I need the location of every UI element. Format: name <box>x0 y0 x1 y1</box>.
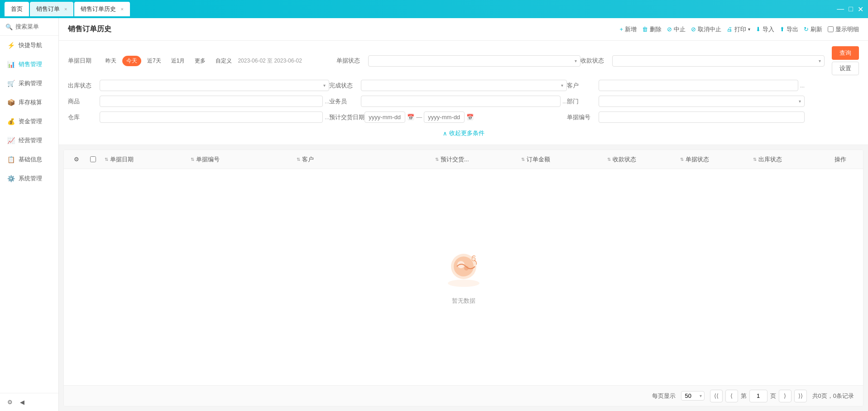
sidebar-item-operations[interactable]: 📈 经营管理 <box>0 131 58 150</box>
window-close-icon[interactable]: ✕ <box>858 5 863 14</box>
warehouse-input[interactable] <box>100 111 323 123</box>
import-button[interactable]: ⬇ 导入 <box>756 25 774 34</box>
date-pill-yesterday[interactable]: 昨天 <box>101 56 120 66</box>
new-icon: + <box>619 26 623 33</box>
sort-stock-icon: ⇅ <box>753 157 757 162</box>
sidebar-item-finance[interactable]: 💰 资金管理 <box>0 112 58 131</box>
page-header: 销售订单历史 + 新增 🗑 删除 ⊘ 中止 ⊘ 取消中止 <box>59 18 868 41</box>
col-check-header[interactable] <box>85 156 101 162</box>
col-customer-label: 客户 <box>302 155 314 164</box>
prev-page-button[interactable]: ⟨ <box>725 390 738 402</box>
col-delivery-header[interactable]: ⇅ 预计交货... <box>432 155 518 164</box>
customer-input[interactable] <box>599 80 798 91</box>
collapse-sidebar-icon[interactable]: ◀ <box>20 399 24 406</box>
print-label: 打印 <box>734 25 746 34</box>
show-detail-checkbox[interactable] <box>828 26 834 32</box>
customer-more-icon[interactable]: ... <box>800 82 805 89</box>
col-date-header[interactable]: ⇅ 单据日期 <box>101 155 187 164</box>
sidebar-item-sales-mgmt[interactable]: 📊 销售管理 <box>0 55 58 74</box>
sort-status-icon: ⇅ <box>680 157 684 162</box>
filter-date-item: 单据日期 昨天 今天 近7天 近1月 更多 自定义 2023-06-02 至 2… <box>68 56 336 66</box>
delivery-date-to[interactable] <box>424 111 465 123</box>
col-settings-header[interactable]: ⚙ <box>68 156 85 163</box>
col-status-label: 单据状态 <box>686 155 709 164</box>
operations-icon: 📈 <box>7 137 15 144</box>
date-pill-7days[interactable]: 近7天 <box>143 56 165 66</box>
window-maximize-icon[interactable]: □ <box>849 5 853 13</box>
order-status-select[interactable] <box>368 55 580 67</box>
salesperson-input[interactable] <box>361 96 561 107</box>
salesperson-more-icon[interactable]: ... <box>562 98 567 105</box>
order-no-input[interactable] <box>599 111 805 123</box>
print-button[interactable]: 🖨 打印 <box>727 25 750 34</box>
collapse-more-conditions[interactable]: ∧ 收起更多条件 <box>68 127 859 139</box>
query-button[interactable]: 查询 <box>832 46 859 60</box>
calendar-from-icon[interactable]: 📅 <box>407 114 414 121</box>
cancel-stop-button[interactable]: ⊘ 取消中止 <box>691 25 721 34</box>
col-stock-header[interactable]: ⇅ 出库状态 <box>749 155 822 164</box>
collapse-label: 收起更多条件 <box>449 129 484 137</box>
setting-button[interactable]: 设置 <box>832 62 859 75</box>
filter-area: 单据日期 昨天 今天 近7天 近1月 更多 自定义 2023-06-02 至 2… <box>59 41 868 145</box>
stop-button[interactable]: ⊘ 中止 <box>667 25 686 34</box>
sidebar-item-sys-mgmt[interactable]: ⚙️ 系统管理 <box>0 169 58 188</box>
date-range-text: 2023-06-02 至 2023-06-02 <box>238 57 302 65</box>
svg-point-0 <box>448 280 480 287</box>
col-customer-header[interactable]: ⇅ 客户 <box>293 155 432 164</box>
payment-status-select[interactable] <box>612 55 825 67</box>
date-pill-more[interactable]: 更多 <box>191 56 210 66</box>
complete-status-select[interactable] <box>361 80 567 91</box>
finance-icon: 💰 <box>7 118 15 125</box>
delete-button[interactable]: 🗑 删除 <box>642 25 662 34</box>
export-button[interactable]: ⬆ 导出 <box>780 25 798 34</box>
dept-select[interactable] <box>599 96 805 107</box>
tab-sales-order-history[interactable]: 销售订单历史 × <box>74 2 129 16</box>
delete-icon: 🗑 <box>642 26 648 33</box>
date-pill-custom[interactable]: 自定义 <box>211 56 236 66</box>
product-input[interactable] <box>100 96 323 107</box>
stock-status-select[interactable] <box>100 80 329 91</box>
tab-sales-order[interactable]: 销售订单 × <box>30 2 73 16</box>
product-more-icon[interactable]: ... <box>325 98 329 105</box>
calendar-to-icon[interactable]: 📅 <box>466 114 474 121</box>
warehouse-more-icon[interactable]: ... <box>325 114 329 121</box>
sidebar-item-purchase-mgmt[interactable]: 🛒 采购管理 <box>0 74 58 93</box>
sidebar-item-base-info[interactable]: 📋 基础信息 <box>0 150 58 169</box>
new-button[interactable]: + 新增 <box>619 25 637 34</box>
payment-status-label: 收款状态 <box>580 57 612 65</box>
col-order-header[interactable]: ⇅ 单据编号 <box>187 155 293 164</box>
cancel-stop-icon: ⊘ <box>691 26 696 33</box>
date-label: 单据日期 <box>68 57 100 65</box>
tab-history-close[interactable]: × <box>120 6 123 12</box>
date-pill-1month[interactable]: 近1月 <box>167 56 189 66</box>
show-detail-checkbox-wrap[interactable]: 显示明细 <box>828 25 859 34</box>
last-page-button[interactable]: ⟩⟩ <box>794 390 807 402</box>
delivery-date-from[interactable] <box>364 111 405 123</box>
sidebar-item-quick-nav-label: 快捷导航 <box>19 41 42 49</box>
col-payment-header[interactable]: ⇅ 收款状态 <box>604 155 676 164</box>
date-pill-today[interactable]: 今天 <box>122 56 141 66</box>
next-page-button[interactable]: ⟩ <box>779 390 791 402</box>
toolbar: + 新增 🗑 删除 ⊘ 中止 ⊘ 取消中止 🖨 打印 <box>619 25 859 34</box>
tab-home[interactable]: 首页 <box>5 2 29 16</box>
settings-bottom-icon[interactable]: ⚙ <box>7 399 13 406</box>
col-order-label: 单据编号 <box>196 155 220 164</box>
stop-label: 中止 <box>674 25 686 34</box>
refresh-button[interactable]: ↻ 刷新 <box>804 25 822 34</box>
select-all-checkbox[interactable] <box>90 156 96 162</box>
col-amount-header[interactable]: ⇅ 订单金额 <box>518 155 604 164</box>
page-number-input[interactable] <box>749 390 767 402</box>
first-page-button[interactable]: ⟨⟨ <box>710 390 723 402</box>
page-size-select[interactable]: 50 10 20 100 <box>681 391 705 401</box>
tab-sales-order-close[interactable]: × <box>64 6 67 12</box>
col-status-header[interactable]: ⇅ 单据状态 <box>676 155 749 164</box>
window-minimize-icon[interactable]: — <box>837 5 844 13</box>
export-label: 导出 <box>786 25 798 34</box>
empty-state: 暂无数据 <box>64 169 863 385</box>
sidebar-item-finance-label: 资金管理 <box>19 117 42 126</box>
sidebar-bottom: ⚙ ◀ <box>0 393 58 411</box>
sidebar-item-quick-nav[interactable]: ⚡ 快捷导航 <box>0 36 58 55</box>
sidebar-search[interactable]: 🔍 搜索菜单 <box>0 18 58 36</box>
print-icon: 🖨 <box>727 26 733 33</box>
sidebar-item-inventory[interactable]: 📦 库存核算 <box>0 93 58 112</box>
